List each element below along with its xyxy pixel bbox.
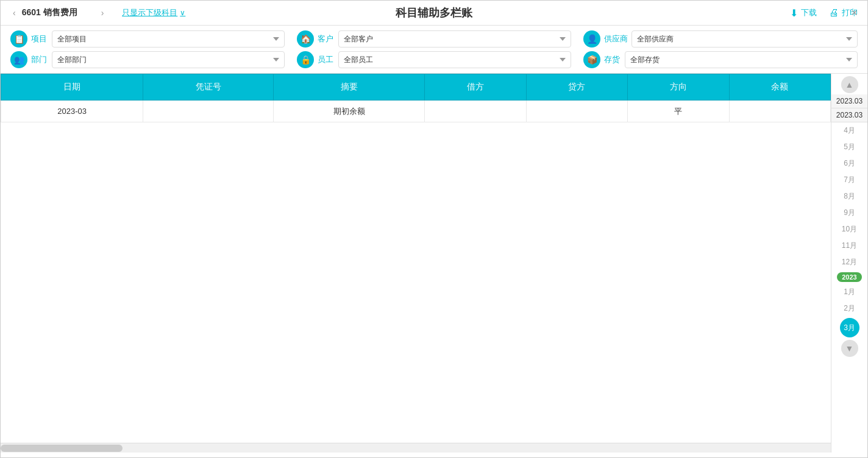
inventory-label: 存货 [604, 54, 621, 65]
timeline-down-arrow[interactable]: ▼ [841, 340, 858, 357]
account-code: 6601 销售费用 [22, 7, 95, 18]
col-date: 日期 [1, 74, 143, 100]
timeline-month-7[interactable]: 7月 [831, 172, 867, 188]
close-button[interactable]: × [851, 7, 858, 19]
customer-select[interactable]: 全部客户 [338, 30, 571, 48]
filter-row-2: 👥 部门 全部部门 🔒 员工 全部员工 📦 存货 全部存货 [10, 51, 858, 68]
timeline-month-4[interactable]: 4月 [831, 122, 867, 139]
col-balance: 余额 [729, 74, 830, 100]
cell-balance [729, 100, 830, 122]
print-icon: 🖨 [829, 7, 839, 18]
col-summary: 摘要 [274, 74, 425, 100]
timeline-month-2[interactable]: 2月 [831, 300, 867, 317]
table-body: 2023-03 期初余额 平 [1, 100, 831, 122]
cell-voucher [143, 100, 274, 122]
data-table: 日期 凭证号 摘要 借方 贷方 方向 余额 2023-03 期初余额 [1, 74, 831, 122]
project-icon: 📋 [10, 30, 27, 48]
timeline-month-6[interactable]: 6月 [831, 155, 867, 172]
col-debit: 借方 [425, 74, 526, 100]
timeline-month-12[interactable]: 12月 [831, 254, 867, 270]
month-timeline: ▲ 2023.03 2023.03 4月 5月 6月 7月 8月 9月 10月 … [831, 74, 867, 453]
supplier-label: 供应商 [604, 33, 628, 44]
table-header-row: 日期 凭证号 摘要 借方 贷方 方向 余额 [1, 74, 831, 100]
dept-filter-item: 👥 部门 全部部门 [10, 51, 285, 68]
download-button[interactable]: ⬇ 下载 [790, 7, 817, 19]
timeline-month-5[interactable]: 5月 [831, 139, 867, 155]
employee-filter-item: 🔒 员工 全部员工 [297, 51, 571, 68]
project-label: 项目 [31, 33, 48, 44]
cell-credit [526, 100, 627, 122]
timeline-header-2[interactable]: 2023.03 [831, 108, 867, 122]
dept-select[interactable]: 全部部门 [52, 51, 285, 68]
main-window: × ‹ 6601 销售费用 › 只显示下级科目 ∨ 科目辅助多栏账 ⬇ 下载 🖨… [0, 0, 868, 458]
timeline-month-1[interactable]: 1月 [831, 284, 867, 300]
table-area: 日期 凭证号 摘要 借方 贷方 方向 余额 2023-03 期初余额 [1, 74, 831, 453]
nav-section: ‹ 6601 销售费用 › 只显示下级科目 ∨ [10, 7, 185, 19]
header: ‹ 6601 销售费用 › 只显示下级科目 ∨ 科目辅助多栏账 ⬇ 下载 🖨 打… [1, 1, 867, 26]
project-filter-item: 📋 项目 全部项目 [10, 30, 285, 48]
timeline-month-8[interactable]: 8月 [831, 188, 867, 205]
timeline-month-3-active[interactable]: 3月 [840, 318, 859, 337]
timeline-month-10[interactable]: 10月 [831, 221, 867, 238]
cell-summary: 期初余额 [274, 100, 425, 122]
dept-label: 部门 [31, 54, 48, 65]
col-direction: 方向 [628, 74, 729, 100]
filter-row-1: 📋 项目 全部项目 🏠 客户 全部客户 👤 供应商 全部供应商 [10, 30, 858, 48]
timeline-up-arrow[interactable]: ▲ [841, 76, 858, 93]
toolbar-right: ⬇ 下载 🖨 打印 [790, 7, 858, 19]
employee-label: 员工 [318, 54, 335, 65]
inventory-icon: 📦 [583, 51, 600, 68]
cell-debit [425, 100, 526, 122]
supplier-select[interactable]: 全部供应商 [631, 30, 858, 48]
cell-date: 2023-03 [1, 100, 143, 122]
timeline-month-9[interactable]: 9月 [831, 205, 867, 221]
h-scrollbar[interactable] [1, 443, 831, 453]
project-select[interactable]: 全部项目 [52, 30, 285, 48]
employee-select[interactable]: 全部员工 [338, 51, 571, 68]
table-row: 2023-03 期初余额 平 [1, 100, 831, 122]
scrollbar-thumb [1, 445, 123, 452]
inventory-select[interactable]: 全部存货 [625, 51, 858, 68]
col-credit: 贷方 [526, 74, 627, 100]
content-area: 日期 凭证号 摘要 借方 贷方 方向 余额 2023-03 期初余额 [1, 74, 867, 453]
col-voucher: 凭证号 [143, 74, 274, 100]
nav-prev-arrow[interactable]: ‹ [10, 7, 18, 19]
timeline-header-1[interactable]: 2023.03 [831, 94, 867, 108]
filter-area: 📋 项目 全部项目 🏠 客户 全部客户 👤 供应商 全部供应商 [1, 26, 867, 74]
customer-filter-item: 🏠 客户 全部客户 [297, 30, 571, 48]
customer-label: 客户 [318, 33, 335, 44]
page-title: 科目辅助多栏账 [396, 5, 472, 20]
show-sub-toggle[interactable]: 只显示下级科目 ∨ [122, 7, 185, 18]
dept-icon: 👥 [10, 51, 27, 68]
download-icon: ⬇ [790, 7, 798, 19]
employee-icon: 🔒 [297, 51, 314, 68]
supplier-filter-item: 👤 供应商 全部供应商 [583, 30, 858, 48]
timeline-month-11[interactable]: 11月 [831, 238, 867, 254]
customer-icon: 🏠 [297, 30, 314, 48]
supplier-icon: 👤 [583, 30, 600, 48]
cell-direction: 平 [628, 100, 729, 122]
nav-next-arrow[interactable]: › [99, 7, 107, 19]
show-sub-arrow-icon: ∨ [180, 9, 185, 17]
year-badge[interactable]: 2023 [837, 272, 861, 282]
inventory-filter-item: 📦 存货 全部存货 [583, 51, 858, 68]
